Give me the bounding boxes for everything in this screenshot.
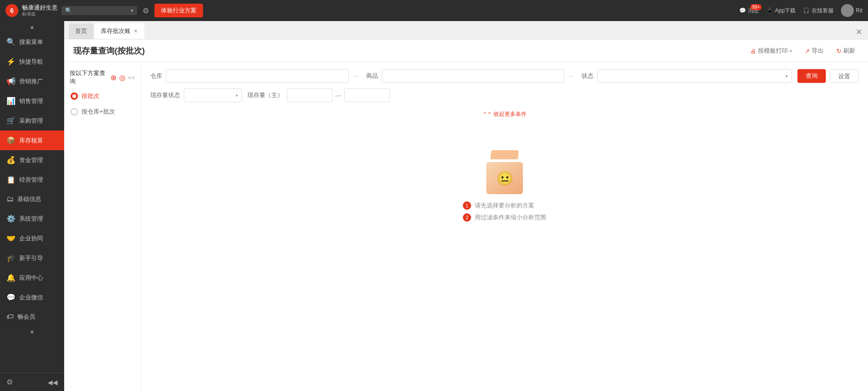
product-more-icon[interactable]: ··· [566,73,576,79]
sidebar-item-basic[interactable]: 🗂 基础信息 [0,190,64,209]
messages-button[interactable]: 💬 消息 99+ [739,7,759,15]
sidebar-item-purchase[interactable]: 🛒 采购管理 [0,111,64,130]
sidebar-gear-icon[interactable]: ⚙ [6,378,13,386]
sidebar-item-system[interactable]: ⚙️ 系统管理 [0,209,64,228]
shortcut-icon: ⚡ [6,57,16,66]
export-button[interactable]: ↗ 导出 [801,45,827,57]
filter-row-1: 仓库 ··· 商品 ··· 状态 [150,69,859,83]
wechat-icon: 💬 [6,293,16,302]
warehouse-input[interactable] [166,69,349,83]
batch-active-dot [71,92,78,100]
settings-button[interactable]: 设置 [830,69,859,83]
search-input[interactable] [74,7,129,14]
main-close-icon[interactable]: ✕ [856,27,863,37]
sidebar-item-member[interactable]: 🏷 畅会员 [0,307,64,326]
filter-by-warehouse-batch[interactable]: 按仓库+批次 [64,104,141,119]
tip-num-2: 2 [463,213,471,222]
scheme-settings-icon[interactable]: ◎ [119,73,126,82]
page-content: 现存量查询(按批次) 🖨 按模板打印 ▾ ↗ 导出 ↻ 刷新 [64,39,868,391]
warehouse-filter: 仓库 ··· [150,69,361,83]
sidebar-item-finance[interactable]: 💰 资金管理 [0,150,64,170]
batch-dot-inner [72,94,76,98]
search-box[interactable]: 🔍 ▾ [61,6,137,15]
left-filter-panel: 按以下方案查询 ⊕ ◎ << 按批次 [64,62,141,391]
product-input[interactable] [382,69,565,83]
add-scheme-icon[interactable]: ⊕ [110,73,116,82]
stock-qty-max[interactable] [344,88,390,102]
empty-tips: 1 请先选择要分析的方案 2 用过滤条件来缩小分析范围 [463,201,546,222]
app-download-button[interactable]: 📱 App下载 [766,7,796,15]
sidebar-item-newuser[interactable]: 🎓 新手引导 [0,248,64,268]
finance-icon: 💰 [6,156,16,164]
app-logo: 6 [5,4,18,17]
panel-layout: 按以下方案查询 ⊕ ◎ << 按批次 [64,62,868,391]
newuser-icon: 🎓 [6,254,16,262]
refresh-button[interactable]: ↻ 刷新 [833,45,859,57]
app-name: 畅康通好生意 标准版 [22,4,58,17]
sales-icon: 📊 [6,97,16,105]
sidebar-item-shortcut[interactable]: ⚡ 快捷导航 [0,52,64,71]
online-service-button[interactable]: 🎧 在线客服 [803,7,834,15]
marketing-icon: 📢 [6,77,16,86]
left-panel-actions: ⊕ ◎ << [110,73,135,82]
tab-close-icon[interactable]: ✕ [133,28,138,34]
trial-button[interactable]: 体验行业方案 [154,4,203,17]
collapse-left-icon[interactable]: << [128,74,135,81]
empty-tip-1: 1 请先选择要分析的方案 [463,201,546,210]
filter-row-2: 现存量状态 ▾ 现存量（主） — [150,88,859,102]
phone-icon: 📱 [766,7,773,14]
sidebar-item-wechat[interactable]: 💬 企业微信 [0,288,64,307]
sidebar-item-enterprise[interactable]: 🤝 企业协同 [0,228,64,248]
tab-bar: 首页 库存批次账 ✕ ✕ [64,21,868,39]
page-header-actions: 🖨 按模板打印 ▾ ↗ 导出 ↻ 刷新 [747,45,859,57]
print-dropdown-icon[interactable]: ▾ [790,49,792,54]
product-filter: 商品 ··· [366,69,577,83]
tab-inventory-batch[interactable]: 库存批次账 ✕ [94,23,144,39]
page-header: 现存量查询(按批次) 🖨 按模板打印 ▾ ↗ 导出 ↻ 刷新 [64,39,868,62]
sidebar-item-appstore[interactable]: 🔔 应用中心 [0,268,64,288]
messages-badge: 99+ [750,4,762,10]
stock-qty-min[interactable] [287,88,333,102]
sidebar-item-search[interactable]: 🔍 搜索菜单 [0,32,64,52]
warehouse-batch-dot [71,108,78,115]
empty-box: 😐 [486,162,523,194]
empty-box-top [490,150,519,159]
sidebar-item-marketing[interactable]: 📢 营销推广 [0,71,64,91]
message-icon: 💬 [739,7,746,14]
left-panel-header: 按以下方案查询 ⊕ ◎ << [64,66,141,88]
settings-icon[interactable]: ⚙ [141,5,151,17]
sidebar-scroll-down[interactable]: ▼ [0,326,64,337]
print-button[interactable]: 🖨 按模板打印 ▾ [747,45,796,57]
user-avatar-area[interactable]: Rit [841,4,863,17]
sidebar: ▲ 🔍 搜索菜单 ⚡ 快捷导航 📢 营销推广 📊 销售管理 🛒 采购管理 📦 库… [0,21,64,391]
empty-illustration: 😐 [482,148,527,194]
filter-by-batch[interactable]: 按批次 [64,88,141,104]
empty-state: 😐 1 请先选择要分析的方案 2 用过滤条件来缩小分析范围 [150,121,859,249]
status-dropdown-arrow: ▾ [786,74,788,79]
empty-tip-2: 2 用过滤条件来缩小分析范围 [463,213,546,222]
search-dropdown-icon[interactable]: ▾ [131,7,133,14]
filter-action-buttons: 查询 设置 [797,69,859,83]
sidebar-collapse-icon[interactable]: ◀◀ [48,379,58,386]
appstore-icon: 🔔 [6,273,16,282]
headset-icon: 🎧 [803,7,810,14]
topbar-left: 6 畅康通好生意 标准版 🔍 ▾ ⚙ 体验行业方案 [5,4,203,17]
status-select[interactable]: ▾ [597,69,792,83]
query-button[interactable]: 查询 [797,69,826,83]
warehouse-more-icon[interactable]: ··· [351,73,361,79]
search-icon: 🔍 [65,7,72,14]
stock-status-select[interactable]: ▾ [184,88,242,102]
enterprise-icon: 🤝 [6,234,16,243]
collapse-up-icon: ⌃⌃ [483,111,492,118]
empty-face-icon: 😐 [496,170,513,186]
page-title: 现存量查询(按批次) [73,45,145,56]
sidebar-scroll-up[interactable]: ▲ [0,21,64,32]
sidebar-item-operation[interactable]: 📋 经营管理 [0,170,64,190]
stock-status-filter: 现存量状态 ▾ [150,88,242,102]
sidebar-item-sales[interactable]: 📊 销售管理 [0,91,64,111]
right-main-panel: 仓库 ··· 商品 ··· 状态 [141,62,868,391]
refresh-icon: ↻ [836,48,841,54]
sidebar-item-inventory[interactable]: 📦 库存核算 [0,130,64,150]
tab-home[interactable]: 首页 [69,23,93,39]
collapse-filters-row[interactable]: ⌃⌃ 收起更多条件 [150,108,859,121]
